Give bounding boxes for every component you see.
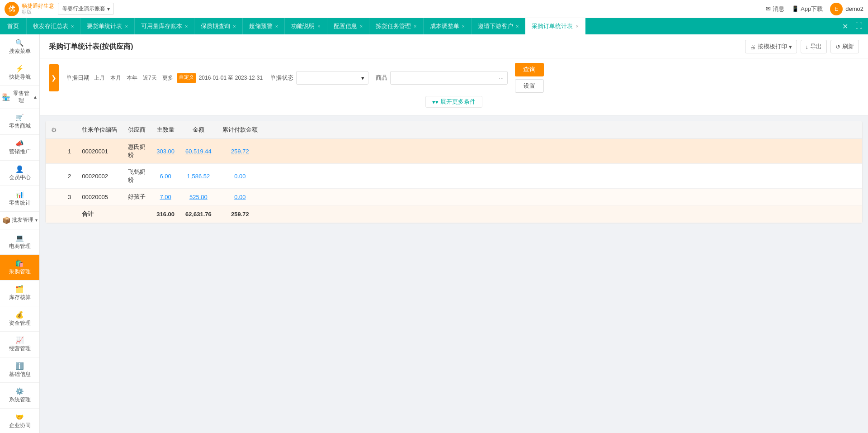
- date-filter-label: 单据日期: [66, 74, 90, 82]
- sidebar-item-wholesale-manage[interactable]: 📦 批发管理 ▾: [0, 212, 39, 229]
- table-settings-icon[interactable]: ⚙: [51, 126, 57, 133]
- query-button[interactable]: 查询: [515, 63, 544, 76]
- tab-picking-task-close[interactable]: ×: [414, 24, 416, 29]
- sidebar-item-retail-stats[interactable]: 📊 零售统计: [0, 186, 39, 212]
- tab-invite-downstream[interactable]: 邀请下游客户 ×: [472, 18, 525, 34]
- amount-link[interactable]: 525.80: [189, 194, 208, 200]
- sidebar-item-retail-manage[interactable]: 🏪 零售管理 ▲: [0, 86, 39, 109]
- tab-available-inventory[interactable]: 可用量库存账本 ×: [135, 18, 194, 34]
- row-quantity-cell: 6.00: [151, 164, 180, 189]
- tab-picking-task[interactable]: 拣货任务管理 ×: [369, 18, 423, 34]
- sidebar-item-basic-info[interactable]: ℹ️ 基础信息: [0, 357, 39, 383]
- sidebar-item-inventory-check[interactable]: 🗂️ 库存核算: [0, 281, 39, 306]
- refresh-icon: ↺: [835, 43, 840, 50]
- paid-amount-link[interactable]: 259.72: [231, 148, 249, 155]
- paid-amount-link[interactable]: 0.00: [234, 173, 245, 180]
- capital-manage-icon: 💰: [15, 311, 24, 319]
- row-supplier-code-cell: 00020005: [76, 189, 123, 205]
- row-amount-cell: 525.80: [180, 189, 217, 205]
- sidebar-item-system-manage-label: 系统管理: [9, 396, 31, 404]
- tab-overstock-warning-close[interactable]: ×: [275, 24, 278, 29]
- refresh-button[interactable]: ↺ 刷新: [830, 40, 859, 53]
- custom-date-tag[interactable]: 自定义: [177, 73, 196, 83]
- sidebar-item-enterprise-collab-label: 企业协同: [9, 422, 31, 429]
- tab-function-desc-close[interactable]: ×: [317, 24, 320, 29]
- sidebar-item-ecommerce-manage[interactable]: 💻 电商管理: [0, 229, 39, 255]
- message-action[interactable]: ✉ 消息: [766, 5, 784, 13]
- tab-available-inventory-label: 可用量库存账本: [141, 22, 182, 30]
- inventory-check-icon: 🗂️: [15, 285, 24, 293]
- sidebar-item-purchase-manage[interactable]: 🛍️ 采购管理: [0, 255, 39, 281]
- date-shortcut-7days[interactable]: 近7天: [141, 73, 159, 83]
- date-range-display: 2016-01-01 至 2023-12-31: [199, 74, 263, 82]
- tab-purchase-order-summary-close[interactable]: ×: [576, 24, 578, 29]
- close-all-tabs-icon[interactable]: ✕: [840, 20, 850, 33]
- settings-button[interactable]: 设置: [515, 79, 544, 93]
- footer-label: 合计: [76, 205, 151, 223]
- sidebar-item-enterprise-collab[interactable]: 🤝 企业协同: [0, 409, 39, 433]
- tab-config-info[interactable]: 配置信息 ×: [327, 18, 369, 34]
- sidebar-item-retail-mall-label: 零售商城: [9, 123, 31, 130]
- quick-nav-icon: ⚡: [15, 65, 24, 73]
- template-print-icon: 🖨: [750, 43, 756, 50]
- sidebar-item-search[interactable]: 🔍 搜索菜单: [0, 34, 39, 60]
- amount-link[interactable]: 1,586.52: [187, 173, 210, 180]
- tab-available-inventory-close[interactable]: ×: [185, 24, 188, 29]
- sidebar-item-capital-manage[interactable]: 💰 资金管理: [0, 306, 39, 332]
- tab-cost-adjust[interactable]: 成本调整单 ×: [424, 18, 472, 34]
- sidebar-item-system-manage[interactable]: ⚙️ 系统管理: [0, 383, 39, 409]
- user-area[interactable]: E demo2: [830, 3, 863, 15]
- sidebar-item-marketing[interactable]: 📣 营销推广: [0, 135, 39, 161]
- collapse-toggle-button[interactable]: ❯: [49, 64, 59, 91]
- sidebar-item-quick-nav[interactable]: ⚡ 快捷导航: [0, 60, 39, 86]
- workspace-selector[interactable]: 母婴行业演示账套 ▾: [58, 3, 114, 15]
- th-settings: ⚙: [46, 121, 62, 139]
- tab-cost-adjust-close[interactable]: ×: [462, 24, 465, 29]
- expand-more-button[interactable]: ▾▾ 展开更多条件: [425, 96, 482, 108]
- tab-home[interactable]: 首页: [0, 18, 27, 34]
- template-print-button[interactable]: 🖨 按模板打印 ▾: [745, 40, 797, 53]
- expand-tabs-icon[interactable]: ⛶: [854, 20, 864, 32]
- tab-warranty-query-label: 保质期查询: [201, 22, 230, 30]
- tab-config-info-close[interactable]: ×: [360, 24, 363, 29]
- app-download-icon: 📱: [792, 5, 799, 12]
- tab-warranty-query-close[interactable]: ×: [233, 24, 236, 29]
- tab-function-desc[interactable]: 功能说明 ×: [285, 18, 327, 34]
- status-select[interactable]: ▾: [296, 71, 368, 85]
- date-shortcut-this-month[interactable]: 本月: [108, 73, 123, 83]
- tab-receive-summary[interactable]: 收发存汇总表 ×: [27, 18, 80, 34]
- paid-amount-link[interactable]: 0.00: [234, 194, 245, 200]
- sidebar-item-member-center[interactable]: 👤 会员中心: [0, 161, 39, 186]
- goods-input[interactable]: ···: [390, 71, 508, 85]
- goods-filter-label: 商品: [376, 74, 387, 82]
- table-row[interactable]: 2 00020002 飞鹤奶粉 6.00 1,586.52 0.00: [46, 164, 862, 189]
- tab-warranty-query[interactable]: 保质期查询 ×: [194, 18, 242, 34]
- th-extra: [263, 121, 862, 139]
- sidebar-item-retail-mall[interactable]: 🛒 零售商城: [0, 109, 39, 135]
- quantity-link[interactable]: 6.00: [160, 173, 171, 180]
- app-download-action[interactable]: 📱 App下载: [792, 5, 823, 13]
- search-icon: 🔍: [15, 39, 24, 47]
- goods-dots[interactable]: ···: [499, 75, 504, 81]
- expand-more-icon: ▾▾: [432, 99, 439, 105]
- tab-receive-summary-close[interactable]: ×: [71, 24, 74, 29]
- export-button[interactable]: ↓ 导出: [801, 40, 827, 53]
- tab-requisition-summary[interactable]: 要货单统计表 ×: [80, 18, 134, 34]
- tab-invite-downstream-close[interactable]: ×: [516, 24, 519, 29]
- tab-receive-summary-label: 收发存汇总表: [33, 22, 68, 30]
- sidebar-item-operation-manage[interactable]: 📈 经营管理: [0, 332, 39, 357]
- quantity-link[interactable]: 7.00: [160, 194, 171, 200]
- date-shortcut-more[interactable]: 更多: [160, 73, 175, 83]
- tab-purchase-order-summary-label: 采购订单统计表: [532, 22, 573, 30]
- table-row[interactable]: 3 00020005 好孩子 7.00 525.80 0.00: [46, 189, 862, 205]
- quantity-link[interactable]: 303.00: [156, 148, 175, 155]
- date-shortcut-last-month[interactable]: 上月: [92, 73, 107, 83]
- page-header: 采购订单统计表(按供应商) 🖨 按模板打印 ▾ ↓ 导出 ↺ 刷新: [40, 34, 868, 58]
- tab-purchase-order-summary[interactable]: 采购订单统计表 ×: [525, 18, 585, 34]
- tab-requisition-summary-close[interactable]: ×: [125, 24, 127, 29]
- amount-link[interactable]: 60,519.44: [185, 148, 212, 155]
- tab-overstock-warning[interactable]: 超储预警 ×: [243, 18, 285, 34]
- sidebar-item-retail-stats-label: 零售统计: [9, 200, 31, 207]
- date-shortcut-this-year[interactable]: 本年: [125, 73, 139, 83]
- table-row[interactable]: 1 00020001 惠氏奶粉 303.00 60,519.44 259.72: [46, 139, 862, 164]
